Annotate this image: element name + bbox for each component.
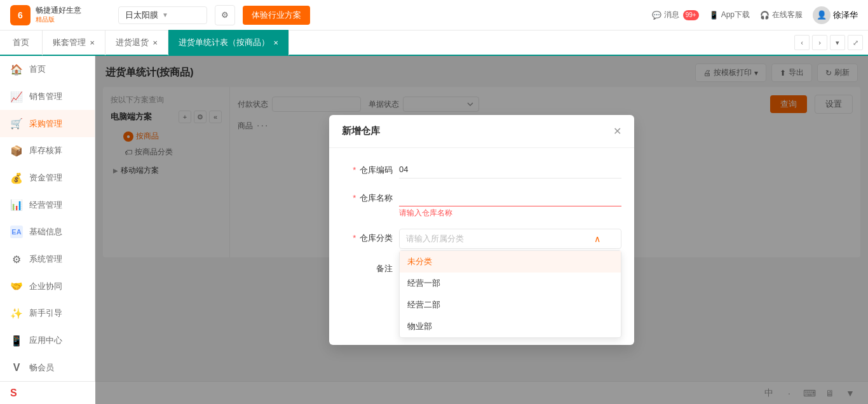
tab-menu-button[interactable]: ▾	[830, 35, 845, 50]
membership-icon: V	[10, 361, 23, 374]
online-service-button[interactable]: 🎧 在线客服	[760, 10, 803, 20]
tab-accounts-label: 账套管理	[53, 37, 86, 48]
trial-button[interactable]: 体验行业方案	[243, 6, 310, 25]
tab-left-button[interactable]: ‹	[794, 35, 810, 50]
tab-returns[interactable]: 进货退货 ✕	[105, 30, 168, 55]
gear-icon: ⚙	[221, 10, 229, 20]
sidebar-item-purchase-label: 采购管理	[29, 118, 62, 130]
main-layout: 🏠 首页 📈 销售管理 🛒 采购管理 📦 库存核算 💰 资金管理 📊 经营管理 …	[0, 56, 868, 404]
tab-accounts-close-icon[interactable]: ✕	[90, 39, 95, 46]
dropdown-item-uncategorized[interactable]: 未分类	[400, 251, 621, 273]
code-control	[399, 161, 621, 178]
tab-stats[interactable]: 进货单统计表（按商品） ✕	[168, 30, 289, 55]
sidebar: 🏠 首页 📈 销售管理 🛒 采购管理 📦 库存核算 💰 资金管理 📊 经营管理 …	[0, 56, 95, 404]
apps-icon: 📱	[10, 334, 23, 347]
sidebar-item-membership[interactable]: V 畅会员	[0, 354, 95, 381]
note-label: 备注	[342, 259, 393, 274]
chevron-up-icon: ∧	[594, 234, 600, 244]
sidebar-item-operations-label: 经营管理	[29, 199, 62, 211]
dialog-title: 新增仓库	[342, 125, 380, 137]
enterprise-icon: 🤝	[10, 280, 23, 293]
sidebar-item-enterprise[interactable]: 🤝 企业协同	[0, 273, 95, 300]
sidebar-item-enterprise-label: 企业协同	[29, 281, 62, 292]
tab-right-button[interactable]: ›	[812, 35, 827, 50]
sidebar-item-sales-label: 销售管理	[29, 91, 62, 102]
header-right: 💬 消息 99+ 📱 App下载 🎧 在线客服 👤 徐泽华	[652, 6, 858, 24]
category-control: 请输入所属分类 ∧ 未分类 经营一部 经营二部 物业部	[399, 229, 621, 249]
tab-returns-label: 进货退货	[116, 37, 149, 48]
dropdown-item-dept1[interactable]: 经营一部	[400, 273, 621, 294]
sidebar-item-finance[interactable]: 💰 资金管理	[0, 165, 95, 192]
operations-icon: 📊	[10, 199, 23, 212]
tab-accounts[interactable]: 账套管理 ✕	[43, 30, 105, 55]
category-label: * 仓库分类	[342, 229, 393, 244]
name-input[interactable]	[399, 189, 621, 206]
sidebar-item-operations[interactable]: 📊 经营管理	[0, 191, 95, 219]
code-label: * 仓库编码	[342, 161, 393, 176]
store-selector[interactable]: 日太阳膜 ▼	[118, 6, 207, 24]
tab-controls: ‹ › ▾ ⤢	[789, 35, 868, 50]
sidebar-item-sales[interactable]: 📈 销售管理	[0, 83, 95, 111]
brand-edition: 精品版	[36, 15, 81, 24]
sidebar-item-purchase[interactable]: 🛒 采购管理	[0, 110, 95, 137]
sidebar-item-guide[interactable]: ✨ 新手引导	[0, 300, 95, 327]
name-label: * 仓库名称	[342, 189, 393, 204]
sidebar-item-inventory[interactable]: 📦 库存核算	[0, 137, 95, 165]
notifications-button[interactable]: 💬 消息 99+	[652, 10, 699, 20]
dropdown-item-dept2[interactable]: 经营二部	[400, 294, 621, 316]
name-control: 请输入仓库名称	[399, 189, 621, 219]
username: 徐泽华	[833, 10, 858, 21]
settings-button[interactable]: ⚙	[215, 5, 235, 25]
sidebar-item-apps[interactable]: 📱 应用中心	[0, 327, 95, 354]
notification-badge: 99+	[683, 10, 699, 20]
sidebar-item-home[interactable]: 🏠 首页	[0, 56, 95, 83]
dialog-header: 新增仓库 ✕	[329, 115, 634, 148]
notification-icon: 💬	[652, 11, 661, 20]
headset-icon: 🎧	[760, 11, 770, 20]
logo-area: 6 畅捷通好生意 精品版	[10, 5, 105, 25]
store-name: 日太阳膜	[125, 10, 158, 21]
tab-stats-label: 进货单统计表（按商品）	[179, 37, 269, 48]
sidebar-item-finance-label: 资金管理	[29, 172, 62, 184]
chevron-down-icon: ▼	[162, 11, 168, 18]
home-icon: 🏠	[10, 63, 23, 76]
new-warehouse-dialog: 新增仓库 ✕ * 仓库编码	[329, 115, 634, 345]
name-error-message: 请输入仓库名称	[399, 208, 621, 219]
dropdown-item-dept3[interactable]: 物业部	[400, 316, 621, 337]
tab-bar: 首页 账套管理 ✕ 进货退货 ✕ 进货单统计表（按商品） ✕ ‹ › ▾ ⤢	[0, 30, 868, 56]
bottom-left: S	[10, 387, 17, 399]
avatar: 👤	[813, 6, 831, 24]
tab-home[interactable]: 首页	[0, 30, 43, 55]
sidebar-item-membership-label: 畅会员	[29, 362, 54, 374]
user-info[interactable]: 👤 徐泽华	[813, 6, 858, 24]
sidebar-item-home-label: 首页	[29, 64, 46, 75]
guide-icon: ✨	[10, 307, 23, 320]
category-selector[interactable]: 请输入所属分类 ∧	[399, 229, 621, 249]
system-icon: ⚙	[10, 253, 23, 266]
sidebar-item-guide-label: 新手引导	[29, 307, 62, 319]
sidebar-item-basic-info[interactable]: EA 基础信息	[0, 219, 95, 246]
tab-stats-close-icon[interactable]: ✕	[273, 39, 278, 46]
sidebar-item-basic-info-label: 基础信息	[29, 226, 62, 238]
finance-icon: 💰	[10, 172, 23, 184]
purchase-icon: 🛒	[10, 118, 23, 130]
sales-icon: 📈	[10, 90, 23, 103]
tab-fullscreen-button[interactable]: ⤢	[848, 35, 863, 50]
sidebar-item-system-label: 系统管理	[29, 253, 62, 265]
category-placeholder: 请输入所属分类	[406, 233, 464, 245]
content-area: 进货单统计(按商品) 🖨 按模板打印 ▾ ⬆ 导出 ↻ 刷新	[95, 56, 868, 404]
mobile-icon: 📱	[709, 11, 719, 20]
app-download-button[interactable]: 📱 App下载	[709, 10, 750, 20]
code-input[interactable]	[399, 161, 621, 178]
user-icon: 👤	[817, 10, 827, 20]
app-logo-icon: 6	[10, 5, 31, 25]
form-row-code: * 仓库编码	[342, 161, 621, 178]
s-logo: S	[10, 387, 17, 399]
category-dropdown: 未分类 经营一部 经营二部 物业部	[399, 250, 621, 338]
tab-returns-close-icon[interactable]: ✕	[153, 39, 158, 46]
sidebar-item-apps-label: 应用中心	[29, 335, 62, 346]
inventory-icon: 📦	[10, 144, 23, 157]
sidebar-item-system[interactable]: ⚙ 系统管理	[0, 246, 95, 273]
dialog-close-icon[interactable]: ✕	[613, 125, 621, 137]
modal-overlay[interactable]: 新增仓库 ✕ * 仓库编码	[95, 56, 868, 404]
